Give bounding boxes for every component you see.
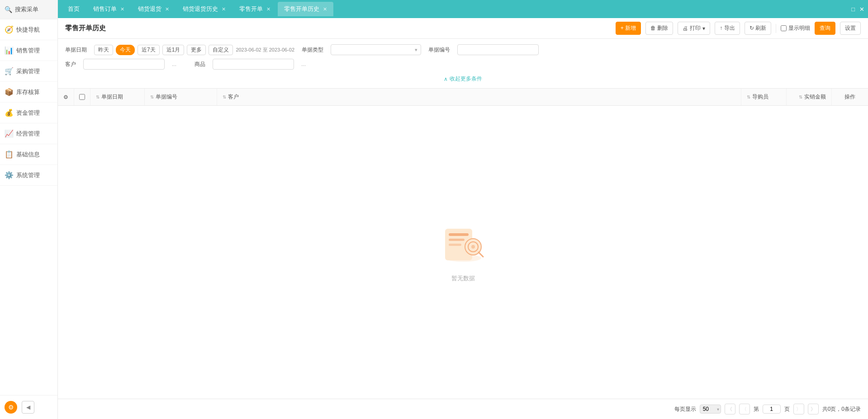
tab-sales-return-label: 销货退货 xyxy=(138,5,161,13)
tab-retail-open-history-close[interactable]: ✕ xyxy=(323,6,327,12)
delete-button[interactable]: 🗑 删除 xyxy=(645,22,673,35)
add-button[interactable]: + 新增 xyxy=(616,22,641,35)
sidebar-item-quick-nav[interactable]: 🧭 快捷导航 xyxy=(0,19,57,40)
print-icon: 🖨 xyxy=(683,25,688,32)
customer-dots[interactable]: ... xyxy=(172,61,176,67)
th-guide-label: 导购员 xyxy=(752,93,768,101)
tab-home[interactable]: 首页 xyxy=(62,2,86,16)
filter-collapse-btn[interactable]: ∧ 收起更多条件 xyxy=(65,73,861,85)
collapse-arrow-icon: ◀ xyxy=(26,404,30,410)
doc-type-select[interactable] xyxy=(331,44,421,55)
tab-sales-order-close[interactable]: ✕ xyxy=(120,6,124,12)
sidebar-item-sales-mgmt[interactable]: 📊 销售管理 xyxy=(0,40,57,61)
settings-button[interactable]: 设置 xyxy=(840,22,861,35)
svg-rect-4 xyxy=(449,244,461,246)
tab-retail-open[interactable]: 零售开单 ✕ xyxy=(233,2,277,16)
more-btn[interactable]: 更多 xyxy=(187,45,206,55)
th-action: 操作 xyxy=(832,89,868,105)
yesterday-btn[interactable]: 昨天 xyxy=(94,45,113,55)
basic-info-icon: 📋 xyxy=(5,150,13,159)
sidebar-item-label: 采购管理 xyxy=(16,67,40,75)
customer-input[interactable] xyxy=(83,59,165,70)
th-settings[interactable]: ⚙ xyxy=(58,89,74,105)
sidebar-item-label: 系统管理 xyxy=(16,171,40,179)
page-size-select[interactable]: 10 20 50 100 xyxy=(700,405,721,414)
sort-guide-icon[interactable]: ⇅ xyxy=(747,94,750,99)
sidebar-item-label: 销售管理 xyxy=(16,47,40,55)
tab-home-label: 首页 xyxy=(68,5,80,13)
sidebar-item-system[interactable]: ⚙️ 系统管理 xyxy=(0,165,57,186)
select-all-checkbox[interactable] xyxy=(79,94,85,100)
filter-collapse-label: 收起更多条件 xyxy=(450,75,482,83)
operations-icon: 📈 xyxy=(5,129,13,138)
tab-sales-return-close[interactable]: ✕ xyxy=(165,6,169,12)
sort-no-icon[interactable]: ⇅ xyxy=(150,94,154,99)
sidebar-item-inventory[interactable]: 📦 库存核算 xyxy=(0,82,57,103)
filter-area: 单据日期 昨天 今天 近7天 近1月 更多 自定义 2023-06-02 至 2… xyxy=(58,39,868,89)
toolbar-divider xyxy=(776,24,776,33)
th-action-label: 操作 xyxy=(844,93,855,101)
customer-filter-label: 客户 xyxy=(65,61,76,68)
sidebar-item-operations[interactable]: 📈 经营管理 xyxy=(0,123,57,144)
topnav-right: □ ✕ xyxy=(851,6,864,13)
date-filter-group: 昨天 今天 近7天 近1月 更多 自定义 2023-06-02 至 2023-0… xyxy=(94,45,294,55)
sort-amount-icon[interactable]: ⇅ xyxy=(799,94,802,99)
tab-sales-return-history-close[interactable]: ✕ xyxy=(222,6,226,12)
th-amount-label: 实销金额 xyxy=(804,93,826,101)
show-detail-checkbox-area[interactable]: 显示明细 xyxy=(781,24,810,32)
sidebar-item-finance[interactable]: 💰 资金管理 xyxy=(0,103,57,123)
query-button[interactable]: 查询 xyxy=(815,22,835,35)
th-date: ⇅ 单据日期 xyxy=(90,89,145,105)
doc-no-input[interactable] xyxy=(457,44,539,55)
page-label: 第 xyxy=(754,405,759,413)
svg-line-7 xyxy=(479,252,483,257)
sidebar-search[interactable]: 🔍 搜索采单 xyxy=(0,0,57,19)
week-btn[interactable]: 近7天 xyxy=(138,45,160,55)
sidebar-item-label: 库存核算 xyxy=(16,88,40,96)
top-nav: 首页 销售订单 ✕ 销货退货 ✕ 销货退货历史 ✕ 零售开单 ✕ 零售开单历史 … xyxy=(58,0,868,18)
th-checkbox[interactable] xyxy=(74,89,90,105)
prev-page-button[interactable]: 〈 xyxy=(739,404,750,414)
tab-retail-open-history[interactable]: 零售开单历史 ✕ xyxy=(278,2,333,16)
export-button[interactable]: ↑ 导出 xyxy=(715,22,740,35)
tab-sales-return[interactable]: 销货退货 ✕ xyxy=(132,2,175,16)
window-close-button[interactable]: ✕ xyxy=(859,6,864,13)
tab-sales-order[interactable]: 销售订单 ✕ xyxy=(87,2,131,16)
filter-row-2: 客户 ... 商品 ... xyxy=(65,59,861,70)
last-page-button[interactable]: 》 xyxy=(808,404,819,414)
custom-btn[interactable]: 自定义 xyxy=(209,45,233,55)
window-restore-button[interactable]: □ xyxy=(851,6,855,13)
sort-date-icon[interactable]: ⇅ xyxy=(96,94,100,99)
first-page-button[interactable]: 《 xyxy=(725,404,735,414)
tab-retail-open-history-label: 零售开单历史 xyxy=(284,5,319,13)
doc-no-label: 单据编号 xyxy=(428,46,450,54)
sidebar-item-purchase-mgmt[interactable]: 🛒 采购管理 xyxy=(0,61,57,82)
sidebar-collapse-button[interactable]: ◀ xyxy=(22,401,34,414)
page-input[interactable] xyxy=(763,405,781,414)
tab-sales-return-history[interactable]: 销货退货历史 ✕ xyxy=(176,2,232,16)
sidebar-search-label: 搜索采单 xyxy=(15,5,38,14)
filter-row-1: 单据日期 昨天 今天 近7天 近1月 更多 自定义 2023-06-02 至 2… xyxy=(65,44,861,55)
print-arrow-icon: ▾ xyxy=(702,25,705,32)
tab-retail-open-close[interactable]: ✕ xyxy=(266,6,270,12)
next-page-button[interactable]: 〉 xyxy=(793,404,804,414)
th-customer: ⇅ 客户 xyxy=(217,89,741,105)
th-customer-label: 客户 xyxy=(228,93,239,101)
sidebar-item-basic-info[interactable]: 📋 基础信息 xyxy=(0,144,57,165)
goods-input[interactable] xyxy=(213,59,294,70)
settings-gear-button[interactable]: ⚙ xyxy=(5,401,17,414)
empty-state: 暂无数据 xyxy=(58,106,868,399)
goods-dots[interactable]: ... xyxy=(301,61,306,67)
show-detail-checkbox[interactable] xyxy=(781,25,787,31)
sort-customer-icon[interactable]: ⇅ xyxy=(223,94,226,99)
print-button[interactable]: 🖨 🖨 打印 打印 ▾ xyxy=(678,22,710,35)
today-btn[interactable]: 今天 xyxy=(116,45,135,55)
month-btn[interactable]: 近1月 xyxy=(162,45,185,55)
sidebar-item-label: 快捷导航 xyxy=(16,26,40,34)
refresh-button[interactable]: ↻ 刷新 xyxy=(745,22,771,35)
inventory-icon: 📦 xyxy=(5,88,13,96)
sidebar: 🔍 搜索采单 🧭 快捷导航 📊 销售管理 🛒 采购管理 📦 库存核算 💰 资金管… xyxy=(0,0,58,419)
total-label: 共0页，0条记录 xyxy=(822,405,861,413)
sales-mgmt-icon: 📊 xyxy=(5,46,13,55)
per-page-label: 每页显示 xyxy=(674,405,696,413)
